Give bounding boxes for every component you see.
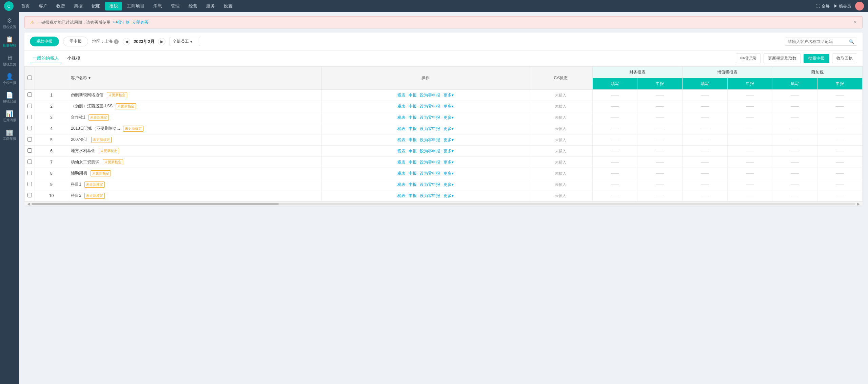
op-tax-table[interactable]: 税表 bbox=[397, 193, 406, 198]
op-tax-table[interactable]: 税表 bbox=[397, 137, 406, 142]
row-checkbox[interactable] bbox=[27, 182, 32, 186]
row-checkbox[interactable] bbox=[27, 148, 32, 153]
nav-invoice[interactable]: 票据 bbox=[70, 2, 87, 10]
nav-manage[interactable]: 管理 bbox=[167, 2, 184, 10]
retrieve-reply-button[interactable]: 收取回执 bbox=[832, 54, 857, 63]
row-ca-status: 未插入 bbox=[529, 112, 593, 123]
op-more[interactable]: 更多▾ bbox=[443, 93, 454, 98]
row-checkbox[interactable] bbox=[27, 171, 32, 175]
nav-service[interactable]: 服务 bbox=[202, 2, 219, 10]
op-tax-table[interactable]: 税表 bbox=[397, 104, 406, 109]
op-zero-declare[interactable]: 设为零申报 bbox=[420, 193, 440, 198]
sidebar-item-tax-record[interactable]: 📄 报税记录 bbox=[0, 89, 19, 107]
sidebar-item-annual-settle[interactable]: 📊 汇算清缴 bbox=[0, 108, 19, 125]
vip-button[interactable]: ▶ 畅会员 bbox=[834, 3, 851, 9]
sidebar-item-tax-overview[interactable]: 🖥 报税总览 bbox=[0, 52, 19, 69]
row-checkbox[interactable] bbox=[27, 115, 32, 119]
row-checkbox[interactable] bbox=[27, 137, 32, 142]
staff-select[interactable]: 全部员工 ▾ bbox=[170, 37, 200, 46]
date-prev-button[interactable]: ◀ bbox=[123, 38, 130, 45]
row-checkbox[interactable] bbox=[27, 92, 32, 97]
op-declare[interactable]: 申报 bbox=[409, 182, 417, 187]
scrollbar[interactable]: ◀ ▶ bbox=[24, 201, 863, 206]
row-checkbox[interactable] bbox=[27, 104, 32, 108]
row-checkbox-cell bbox=[25, 101, 35, 112]
op-more[interactable]: 更多▾ bbox=[443, 115, 454, 120]
avatar[interactable] bbox=[855, 2, 864, 10]
region-info-icon[interactable]: i bbox=[114, 39, 119, 44]
op-tax-table[interactable]: 税表 bbox=[397, 182, 406, 187]
op-zero-declare[interactable]: 设为零申报 bbox=[420, 93, 440, 98]
tab-general-taxpayer[interactable]: 一般的纳税人 bbox=[30, 54, 62, 63]
sidebar-item-personal-tax[interactable]: 👤 个税申报 bbox=[0, 71, 19, 88]
sort-icon[interactable]: ▾ bbox=[88, 76, 91, 80]
row-checkbox[interactable] bbox=[27, 193, 32, 197]
op-zero-declare[interactable]: 设为零申报 bbox=[420, 137, 440, 142]
search-input[interactable] bbox=[785, 38, 846, 45]
op-more[interactable]: 更多▾ bbox=[443, 149, 454, 153]
op-zero-declare[interactable]: 设为零申报 bbox=[420, 182, 440, 187]
tab-small-scale[interactable]: 小规模 bbox=[64, 54, 83, 63]
op-declare[interactable]: 申报 bbox=[409, 126, 417, 131]
row-checkbox[interactable] bbox=[27, 159, 32, 164]
op-declare[interactable]: 申报 bbox=[409, 160, 417, 165]
sidebar-item-tax-settings[interactable]: ⚙ 报税设置 bbox=[0, 15, 19, 32]
op-more[interactable]: 更多▾ bbox=[443, 160, 454, 165]
record-button[interactable]: 申报记录 bbox=[736, 54, 761, 63]
op-declare[interactable]: 申报 bbox=[409, 193, 417, 198]
fullscreen-button[interactable]: ⛶ 全屏 bbox=[816, 3, 829, 9]
nav-business[interactable]: 工商项目 bbox=[123, 2, 149, 10]
select-all-checkbox[interactable] bbox=[27, 76, 32, 80]
row-fin-report: —— bbox=[637, 90, 683, 101]
op-declare[interactable]: 申报 bbox=[409, 171, 417, 176]
op-declare[interactable]: 申报 bbox=[409, 93, 417, 98]
op-tax-table[interactable]: 税表 bbox=[397, 149, 406, 153]
nav-message[interactable]: 消息 bbox=[149, 2, 166, 10]
op-more[interactable]: 更多▾ bbox=[443, 137, 454, 142]
op-zero-declare[interactable]: 设为零申报 bbox=[420, 126, 440, 131]
status-badge: 未更新核定 bbox=[84, 193, 105, 199]
op-zero-declare[interactable]: 设为零申报 bbox=[420, 160, 440, 165]
op-more[interactable]: 更多▾ bbox=[443, 182, 454, 187]
sub-toolbar: 一般的纳税人 小规模 申报记录 更新税定及取数 批量申报 收取回执 bbox=[24, 51, 863, 66]
notice-close-button[interactable]: × bbox=[854, 19, 857, 25]
op-zero-declare[interactable]: 设为零申报 bbox=[420, 104, 440, 109]
op-more[interactable]: 更多▾ bbox=[443, 126, 454, 131]
op-more[interactable]: 更多▾ bbox=[443, 171, 454, 176]
op-tax-table[interactable]: 税表 bbox=[397, 160, 406, 165]
nav-operate[interactable]: 经营 bbox=[184, 2, 201, 10]
op-zero-declare[interactable]: 设为零申报 bbox=[420, 115, 440, 120]
notice-link-buy[interactable]: 立即购买 bbox=[132, 20, 149, 25]
search-icon[interactable]: 🔍 bbox=[846, 38, 857, 45]
op-declare[interactable]: 申报 bbox=[409, 149, 417, 153]
notice-link-report[interactable]: 申报汇签 bbox=[113, 20, 130, 25]
sidebar-item-annual-report[interactable]: 🏢 工商年报 bbox=[0, 127, 19, 144]
tab-tax-declaration[interactable]: 税款申报 bbox=[30, 37, 59, 46]
update-tax-button[interactable]: 更新税定及取数 bbox=[764, 54, 801, 63]
scroll-right-arrow[interactable]: ▶ bbox=[857, 201, 860, 206]
scroll-left-arrow[interactable]: ◀ bbox=[27, 201, 30, 206]
tab-zero-declaration[interactable]: 零申报 bbox=[63, 37, 88, 46]
op-tax-table[interactable]: 税表 bbox=[397, 115, 406, 120]
row-checkbox[interactable] bbox=[27, 126, 32, 130]
op-more[interactable]: 更多▾ bbox=[443, 104, 454, 109]
sidebar-item-batch-tax[interactable]: 📋 批量报税 bbox=[0, 34, 19, 51]
nav-billing[interactable]: 收费 bbox=[52, 2, 69, 10]
nav-home[interactable]: 首页 bbox=[17, 2, 34, 10]
op-declare[interactable]: 申报 bbox=[409, 115, 417, 120]
batch-declare-button[interactable]: 批量申报 bbox=[804, 54, 829, 63]
nav-settings[interactable]: 设置 bbox=[220, 2, 237, 10]
op-declare[interactable]: 申报 bbox=[409, 104, 417, 109]
op-tax-table[interactable]: 税表 bbox=[397, 126, 406, 131]
nav-customer[interactable]: 客户 bbox=[35, 2, 52, 10]
nav-tax[interactable]: 报税 bbox=[105, 2, 122, 10]
op-zero-declare[interactable]: 设为零申报 bbox=[420, 149, 440, 153]
op-more[interactable]: 更多▾ bbox=[443, 193, 454, 198]
op-declare[interactable]: 申报 bbox=[409, 137, 417, 142]
op-tax-table[interactable]: 税表 bbox=[397, 93, 406, 98]
op-tax-table[interactable]: 税表 bbox=[397, 171, 406, 176]
nav-bookkeeping[interactable]: 记账 bbox=[87, 2, 104, 10]
op-zero-declare[interactable]: 设为零申报 bbox=[420, 171, 440, 176]
scrollbar-thumb[interactable] bbox=[32, 203, 279, 205]
date-next-button[interactable]: ▶ bbox=[158, 38, 165, 45]
